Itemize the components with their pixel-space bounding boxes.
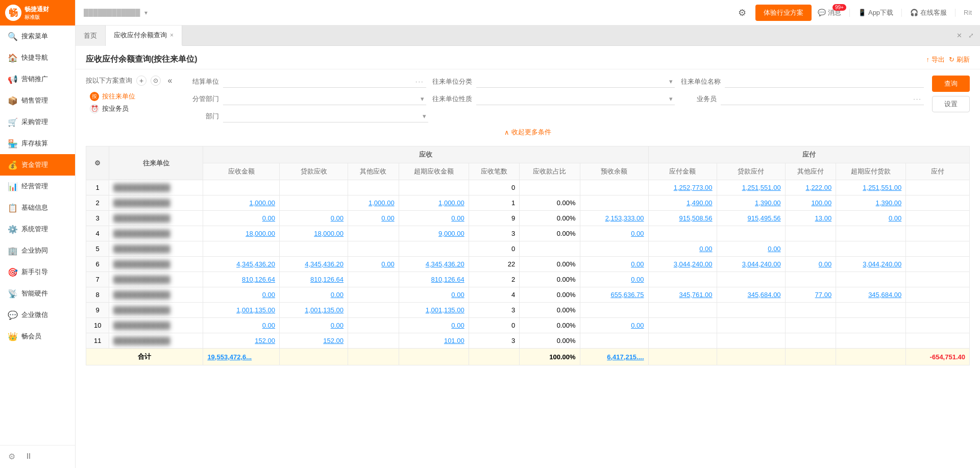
cell-ar_overdue[interactable]: 0.00	[399, 211, 469, 226]
cell-ar_loan[interactable]: 152.00	[280, 333, 348, 349]
refresh-button[interactable]: ↻ 刷新	[949, 55, 970, 64]
cell-ar_amount[interactable]: 4,345,436.20	[203, 257, 280, 272]
sidebar-item-member[interactable]: 👑 畅会员	[0, 326, 75, 347]
footer-prepaid[interactable]: 6,417,215....	[580, 349, 648, 365]
solution-button[interactable]: 体验行业方案	[755, 5, 812, 21]
cell-ar_loan[interactable]: 1,001,135.00	[280, 303, 348, 318]
cell-ap_overdue[interactable]: 1,390.00	[836, 195, 906, 211]
cell-ap_amount[interactable]: 1,252,773.00	[648, 180, 717, 195]
cell-ar_amount[interactable]: 810,126.64	[203, 272, 280, 287]
cell-ar_overdue[interactable]: 0.00	[399, 287, 469, 303]
cell-ar_overdue[interactable]: 4,345,436.20	[399, 257, 469, 272]
cell-ap_other[interactable]: 77.00	[785, 287, 836, 303]
cell-prepaid[interactable]: 0.00	[580, 318, 648, 333]
topbar-messages[interactable]: 💬 消息 99+	[818, 8, 841, 17]
settings-button[interactable]: 设置	[932, 96, 970, 112]
topbar-customer-service[interactable]: 🎧 在线客服	[910, 8, 947, 17]
cell-ap_overdue[interactable]: 345,684.00	[836, 287, 906, 303]
cell-prepaid[interactable]: 655,636.75	[580, 287, 648, 303]
table-settings-icon[interactable]: ⚙	[86, 146, 109, 180]
cell-ar_other[interactable]: 1,000.00	[348, 195, 399, 211]
cell-prepaid[interactable]: 2,153,333.00	[580, 211, 648, 226]
sidebar-item-marketing[interactable]: 📢 营销推广	[0, 68, 75, 90]
cell-ar_overdue[interactable]: 1,000.00	[399, 195, 469, 211]
filter-config-button[interactable]: ⊙	[151, 76, 161, 86]
cell-prepaid[interactable]: 0.00	[580, 226, 648, 241]
cell-ap_other[interactable]: 100.00	[785, 195, 836, 211]
salesperson-dots[interactable]: ···	[913, 95, 922, 103]
cell-ap_other[interactable]: 13.00	[785, 211, 836, 226]
cell-prepaid[interactable]: 0.00	[580, 257, 648, 272]
cell-ar_count[interactable]: 9	[469, 211, 520, 226]
cell-ar_ratio[interactable]: 0.00%	[520, 195, 580, 211]
query-button[interactable]: 查询	[932, 76, 970, 92]
cell-ar_amount[interactable]: 0.00	[203, 211, 280, 226]
cell-ar_overdue[interactable]: 101.00	[399, 333, 469, 349]
tab-home[interactable]: 首页	[76, 26, 106, 46]
sidebar-item-base-info[interactable]: 📋 基础信息	[0, 197, 75, 218]
cell-ar_ratio[interactable]: 0.00%	[520, 226, 580, 241]
cell-ar_amount[interactable]: 0.00	[203, 318, 280, 333]
cell-ap_loan[interactable]: 345,684.00	[717, 287, 785, 303]
sidebar-item-quick-nav[interactable]: 🏠 快捷导航	[0, 47, 75, 68]
cell-ar_overdue[interactable]: 810,126.64	[399, 272, 469, 287]
cell-ar_loan[interactable]: 4,345,436.20	[280, 257, 348, 272]
cell-ar_ratio[interactable]: 0.00%	[520, 333, 580, 349]
sidebar-item-sales[interactable]: 📦 销售管理	[0, 90, 75, 111]
cell-ar_ratio[interactable]: 0.00%	[520, 272, 580, 287]
topbar-gear-button[interactable]: ⚙	[735, 6, 749, 20]
cell-ar_other[interactable]: 0.00	[348, 211, 399, 226]
cell-ar_count[interactable]: 3	[469, 303, 520, 318]
sidebar-item-system[interactable]: ⚙️ 系统管理	[0, 218, 75, 240]
cell-ar_amount[interactable]: 152.00	[203, 333, 280, 349]
cell-ar_count[interactable]: 22	[469, 257, 520, 272]
cell-ap_amount[interactable]: 0.00	[648, 241, 717, 257]
cell-prepaid[interactable]: 0.00	[580, 272, 648, 287]
cell-ar_loan[interactable]: 0.00	[280, 318, 348, 333]
close-window-icon[interactable]: ✕	[957, 32, 962, 39]
cell-ap_amount[interactable]: 345,761.00	[648, 287, 717, 303]
cell-ar_loan[interactable]: 18,000.00	[280, 226, 348, 241]
cell-ap_loan[interactable]: 915,495.56	[717, 211, 785, 226]
settlement-dots[interactable]: ···	[415, 78, 424, 85]
sidebar-item-search-menu[interactable]: 🔍 搜索菜单	[0, 26, 75, 47]
cell-ar_count[interactable]: 0	[469, 318, 520, 333]
cell-ap_loan[interactable]: 3,044,240.00	[717, 257, 785, 272]
topbar-user[interactable]: Rit	[964, 9, 972, 16]
cell-ar_count[interactable]: 0	[469, 180, 520, 195]
cell-ap_loan[interactable]: 0.00	[717, 241, 785, 257]
filter-add-button[interactable]: +	[136, 76, 146, 86]
sidebar-item-warehouse[interactable]: 🏪 库存核算	[0, 133, 75, 154]
cell-ar_other[interactable]: 0.00	[348, 257, 399, 272]
sidebar-item-purchase[interactable]: 🛒 采购管理	[0, 111, 75, 133]
cell-ap_amount[interactable]: 915,508.56	[648, 211, 717, 226]
sidebar-item-enterprise[interactable]: 🏢 企业协同	[0, 240, 75, 261]
sidebar-item-smart-hw[interactable]: 📡 智能硬件	[0, 283, 75, 304]
cell-ar_amount[interactable]: 1,000.00	[203, 195, 280, 211]
maximize-window-icon[interactable]: ⤢	[968, 32, 974, 39]
cell-ar_overdue[interactable]: 1,001,135.00	[399, 303, 469, 318]
topbar-app-download[interactable]: 📱 App下载	[858, 8, 893, 17]
cell-ar_overdue[interactable]: 0.00	[399, 318, 469, 333]
export-button[interactable]: ↑ 导出	[926, 55, 945, 64]
cell-ap_other[interactable]: 0.00	[785, 257, 836, 272]
sidebar-item-guide[interactable]: 🎯 新手引导	[0, 261, 75, 283]
cell-ar_count[interactable]: 3	[469, 333, 520, 349]
cell-ap_overdue[interactable]: 3,044,240.00	[836, 257, 906, 272]
cell-ar_ratio[interactable]: 0.00%	[520, 211, 580, 226]
filter-scheme-salesperson[interactable]: ⏰ 按业务员	[90, 104, 175, 113]
cell-ap_loan[interactable]: 1,390.00	[717, 195, 785, 211]
cell-ap_overdue[interactable]: 0.00	[836, 211, 906, 226]
cell-ar_ratio[interactable]: 0.00%	[520, 303, 580, 318]
sidebar-item-finance[interactable]: 💰 资金管理	[0, 154, 75, 176]
tab-close-icon[interactable]: ×	[170, 32, 174, 39]
cell-ar_ratio[interactable]: 0.00%	[520, 287, 580, 303]
cell-ar_ratio[interactable]: 0.00%	[520, 318, 580, 333]
collapse-more-button[interactable]: ∧ 收起更多条件	[86, 125, 970, 140]
filter-collapse-button[interactable]: «	[165, 76, 175, 86]
cell-ar_amount[interactable]: 18,000.00	[203, 226, 280, 241]
cell-ar_count[interactable]: 4	[469, 287, 520, 303]
cell-ar_count[interactable]: 3	[469, 226, 520, 241]
cell-ar_ratio[interactable]: 0.00%	[520, 257, 580, 272]
settings-footer-icon[interactable]: ⚙	[8, 452, 18, 462]
